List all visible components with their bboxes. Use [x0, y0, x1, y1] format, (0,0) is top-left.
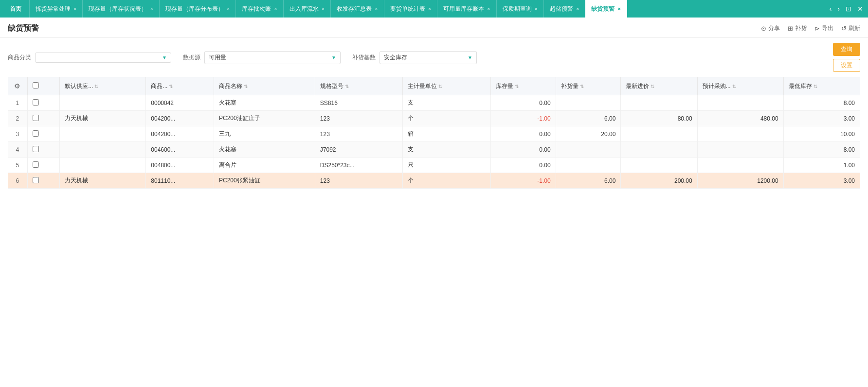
tab-baozhiqi-label: 保质期查询 [503, 5, 532, 13]
row-est-purchase [697, 158, 783, 173]
row-product-name: PC200油缸庄子 [214, 111, 315, 126]
row-checkbox-input[interactable] [33, 130, 39, 137]
tab-next-button[interactable]: › [834, 0, 843, 18]
tab-crlx-close[interactable]: × [322, 6, 325, 12]
datasource-select[interactable]: 可用量 ▼ [204, 51, 341, 64]
th-spec[interactable]: 规格型号 ⇅ [315, 77, 402, 95]
refresh-button[interactable]: ↺ 刷新 [841, 24, 860, 33]
restock-label: 补货 [795, 24, 807, 33]
th-restock-qty[interactable]: 补货量 ⇅ [556, 77, 621, 95]
tab-chaochuyz-label: 超储预警 [550, 5, 573, 13]
tab-chaochuyz-close[interactable]: × [576, 6, 579, 12]
tab-kc-label: 库存批次账 [242, 5, 271, 13]
tab-keyong-close[interactable]: × [487, 6, 490, 12]
filter-button-group: 查询 设置 [833, 43, 860, 72]
row-checkbox[interactable] [27, 158, 60, 173]
table-row: 10000042火花塞SS816支0.008.00 [8, 95, 860, 111]
tab-ygdtjb[interactable]: 要货单统计表 × [384, 0, 437, 18]
row-checkbox-input[interactable] [33, 99, 39, 106]
th-product-code[interactable]: 商品... ⇅ [146, 77, 214, 95]
tab-quehuoyz-close[interactable]: × [617, 6, 620, 12]
row-restock-qty [556, 142, 621, 158]
tab-quehuoyz-label: 缺货预警 [591, 5, 615, 13]
row-est-purchase [697, 142, 783, 158]
tab-restore-button[interactable]: ⊡ [843, 0, 854, 18]
tab-xc2[interactable]: 现存量（库存分布表） × [160, 0, 236, 18]
tab-ygdtjb-close[interactable]: × [428, 6, 431, 12]
row-latest-price [621, 126, 697, 142]
th-product-name[interactable]: 商品名称 ⇅ [214, 77, 315, 95]
th-stock-qty[interactable]: 库存量 ⇅ [491, 77, 556, 95]
row-checkbox[interactable] [27, 142, 60, 158]
tab-xc1[interactable]: 现存量（库存状况表） × [83, 0, 159, 18]
refresh-icon: ↺ [841, 25, 847, 32]
tab-quehuoyz[interactable]: 缺货预警 × [585, 0, 627, 18]
row-latest-price [621, 142, 697, 158]
row-spec: 123 [315, 126, 402, 142]
tab-xc1-close[interactable]: × [150, 6, 153, 12]
tab-close-button[interactable]: ✕ [854, 0, 866, 18]
category-select[interactable]: ▼ [35, 53, 171, 63]
tab-yc[interactable]: 拣货异常处理 × [30, 0, 83, 18]
row-supplier [60, 158, 146, 173]
th-unit[interactable]: 主计量单位 ⇅ [403, 77, 491, 95]
table-row: 5004800...离合片DS250*23c...只0.001.00 [8, 158, 860, 173]
settings-button[interactable]: 设置 [833, 59, 860, 72]
tab-shzy-close[interactable]: × [375, 6, 378, 12]
select-all-checkbox[interactable] [33, 82, 39, 88]
th-min-stock-label: 最低库存 [789, 82, 812, 90]
share-button[interactable]: ⊙ 分享 [761, 24, 780, 33]
row-supplier [60, 142, 146, 158]
tab-yc-close[interactable]: × [73, 6, 76, 12]
row-checkbox[interactable] [27, 173, 60, 189]
row-product-name: 离合片 [214, 158, 315, 173]
restock-base-select[interactable]: 安全库存 ▼ [380, 51, 477, 64]
row-min-stock: 3.00 [783, 111, 860, 126]
row-checkbox[interactable] [27, 111, 60, 126]
tab-shzy[interactable]: 收发存汇总表 × [331, 0, 384, 18]
tab-baozhiqi[interactable]: 保质期查询 × [497, 0, 544, 18]
tab-xc2-close[interactable]: × [227, 6, 230, 12]
th-unit-label: 主计量单位 [408, 82, 437, 90]
tab-keyong[interactable]: 可用量库存账本 × [437, 0, 496, 18]
row-est-purchase [697, 95, 783, 111]
table-container: ⚙ 默认供应... ⇅ 商品... ⇅ [0, 77, 868, 189]
row-checkbox-input[interactable] [33, 146, 39, 152]
refresh-label: 刷新 [849, 24, 860, 33]
tab-kc[interactable]: 库存批次账 × [236, 0, 283, 18]
export-button[interactable]: ⊳ 导出 [814, 24, 833, 33]
th-supplier[interactable]: 默认供应... ⇅ [60, 77, 146, 95]
tab-baozhiqi-close[interactable]: × [535, 6, 538, 12]
row-supplier [60, 95, 146, 111]
tab-chaochuyz[interactable]: 超储预警 × [544, 0, 585, 18]
row-checkbox[interactable] [27, 126, 60, 142]
th-min-stock[interactable]: 最低库存 ⇅ [783, 77, 860, 95]
restock-button[interactable]: ⊞ 补货 [788, 24, 807, 33]
row-checkbox-input[interactable] [33, 177, 39, 183]
query-button[interactable]: 查询 [833, 43, 860, 56]
row-checkbox-input[interactable] [33, 115, 39, 121]
row-checkbox-input[interactable] [33, 161, 39, 168]
share-icon: ⊙ [761, 25, 766, 32]
row-product-code: 004800... [146, 158, 214, 173]
tab-bar: 首页 拣货异常处理 × 现存量（库存状况表） × 现存量（库存分布表） × 库存… [0, 0, 868, 18]
tab-home[interactable]: 首页 [2, 0, 30, 18]
th-supplier-label: 默认供应... [65, 82, 93, 90]
row-restock-qty: 6.00 [556, 173, 621, 189]
gear-icon-button[interactable]: ⚙ [13, 81, 21, 91]
row-min-stock: 8.00 [783, 142, 860, 158]
tab-crlx[interactable]: 出入库流水 × [284, 0, 331, 18]
tab-kc-close[interactable]: × [274, 6, 277, 12]
th-latest-price[interactable]: 最新进价 ⇅ [621, 77, 697, 95]
th-gear[interactable]: ⚙ [8, 77, 27, 95]
table-row: 2力天机械004200...PC200油缸庄子123个-1.006.0080.0… [8, 111, 860, 126]
product-code-sort-icon: ⇅ [169, 84, 173, 89]
row-checkbox[interactable] [27, 95, 60, 111]
th-product-code-label: 商品... [151, 82, 167, 90]
th-est-purchase[interactable]: 预计采购... ⇅ [697, 77, 783, 95]
tab-crlx-label: 出入库流水 [289, 5, 319, 13]
tab-shzy-label: 收发存汇总表 [337, 5, 372, 13]
row-supplier: 力天机械 [60, 173, 146, 189]
tab-prev-button[interactable]: ‹ [827, 0, 835, 18]
row-stock-qty: 0.00 [491, 126, 556, 142]
